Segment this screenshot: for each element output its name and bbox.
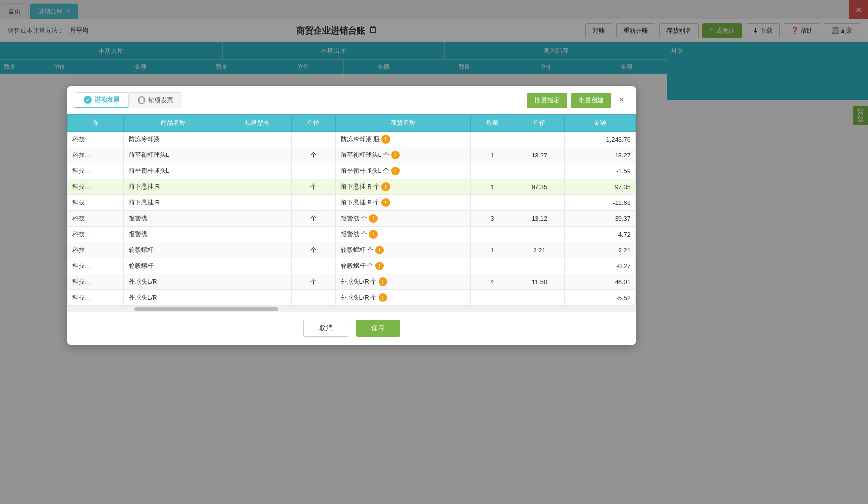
cell-qty: 1 (470, 179, 514, 195)
cell-amount: -5.52 (564, 290, 635, 306)
cell-qty: 1 (470, 242, 514, 258)
cell-product-name: 轮毂螺杆 (124, 258, 223, 274)
cell-product-name: 前下悬挂 R (124, 195, 223, 211)
cell-amount: -4.72 (564, 227, 635, 242)
cell-qty: 4 (470, 274, 514, 290)
table-row[interactable]: 科技… 前平衡杆球头L 前平衡杆球头L 个 ! -1.59 (68, 163, 636, 179)
cell-amount: -0.27 (564, 258, 635, 274)
batch-assign-button[interactable]: 批量指定 (527, 93, 567, 108)
cell-inventory-name: 报警线 个 ! (335, 211, 470, 227)
cell-unit (291, 163, 335, 179)
col-unit: 单位 (291, 115, 335, 132)
cell-qty (470, 132, 514, 147)
cell-unit: 个 (291, 147, 335, 163)
cell-unit: 个 (291, 179, 335, 195)
cell-product-name: 轮毂螺杆 (124, 242, 223, 258)
table-row[interactable]: 科技… 轮毂螺杆 个 轮毂螺杆 个 ! 1 2.21 2.21 (68, 242, 636, 258)
cell-company: 科技… (68, 227, 124, 242)
warning-icon: ! (379, 293, 387, 302)
table-row[interactable]: 科技… 防冻冷却液 防冻冷却液 瓶 ! -1,243.76 (68, 132, 636, 147)
warning-icon: ! (381, 135, 390, 144)
cell-unit: 个 (291, 242, 335, 258)
table-row[interactable]: 科技… 轮毂螺杆 轮毂螺杆 个 ! -0.27 (68, 258, 636, 274)
cell-unit-price: 11.50 (514, 274, 564, 290)
col-spec: 规格型号 (223, 115, 291, 132)
cell-company: 科技… (68, 132, 124, 147)
cell-spec (223, 179, 291, 195)
cell-amount: 13.27 (564, 147, 635, 163)
cell-unit-price (514, 227, 564, 242)
cell-qty: 3 (470, 211, 514, 227)
table-row[interactable]: 科技… 前平衡杆球头L 个 前平衡杆球头L 个 ! 1 13.27 13.27 (68, 147, 636, 163)
cell-unit-price (514, 290, 564, 306)
cell-inventory-name: 外球头L/R 个 ! (335, 274, 470, 290)
batch-create-button[interactable]: 批量创建 (571, 93, 611, 108)
cell-qty (470, 258, 514, 274)
cell-inventory-name: 轮毂螺杆 个 ! (335, 242, 470, 258)
cell-unit (291, 132, 335, 147)
col-qty: 数量 (470, 115, 514, 132)
cell-company: 科技… (68, 274, 124, 290)
warning-icon: ! (381, 182, 390, 191)
cell-unit (291, 290, 335, 306)
cell-inventory-name: 前平衡杆球头L 个 ! (335, 147, 470, 163)
col-unit-price: 单价 (514, 115, 564, 132)
warning-icon: ! (391, 151, 400, 159)
cell-amount: 97.35 (564, 179, 635, 195)
cell-inventory-name: 前下悬挂 R 个 ! (335, 179, 470, 195)
cell-unit-price (514, 132, 564, 147)
cell-amount: 2.21 (564, 242, 635, 258)
cell-company: 科技… (68, 163, 124, 179)
cell-qty (470, 290, 514, 306)
table-row[interactable]: 科技… 外球头L/R 个 外球头L/R 个 ! 4 11.50 46.01 (68, 274, 636, 290)
cell-unit: 个 (291, 211, 335, 227)
save-button[interactable]: 保存 (356, 320, 400, 337)
cell-unit-price (514, 195, 564, 211)
in-invoice-tab-icon: ✓ (84, 96, 92, 104)
cell-unit-price: 97.35 (514, 179, 564, 195)
cell-qty (470, 195, 514, 211)
cell-product-name: 外球头L/R (124, 274, 223, 290)
warning-icon: ! (369, 214, 378, 223)
tab-in-invoice[interactable]: ✓ 进项发票 (75, 92, 129, 108)
modal-tabs: ✓ 进项发票 📄 销项发票 (75, 92, 182, 108)
cell-amount: 39.37 (564, 211, 635, 227)
invoice-table-container[interactable]: 你 商品名称 规格型号 单位 存货名称 数量 单价 金额 科技… 防冻冷却液 防… (67, 114, 636, 306)
warning-icon: ! (381, 198, 390, 207)
table-row[interactable]: 科技… 前下悬挂 R 个 前下悬挂 R 个 ! 1 97.35 97.35 (68, 179, 636, 195)
modal-close-button[interactable]: × (615, 93, 628, 108)
table-row[interactable]: 科技… 报警线 报警线 个 ! -4.72 (68, 227, 636, 242)
tab-out-invoice[interactable]: 📄 销项发票 (129, 92, 182, 108)
col-amount: 金额 (564, 115, 635, 132)
table-row[interactable]: 科技… 前下悬挂 R 前下悬挂 R 个 ! -11.68 (68, 195, 636, 211)
table-row[interactable]: 科技… 外球头L/R 外球头L/R 个 ! -5.52 (68, 290, 636, 306)
horizontal-scrollbar[interactable] (67, 306, 636, 312)
col-company: 你 (68, 115, 124, 132)
cell-company: 科技… (68, 179, 124, 195)
cell-qty (470, 163, 514, 179)
cell-spec (223, 274, 291, 290)
cell-unit-price (514, 163, 564, 179)
cell-qty (470, 227, 514, 242)
cell-unit-price: 2.21 (514, 242, 564, 258)
cell-spec (223, 227, 291, 242)
modal-footer: 取消 保存 (67, 312, 636, 345)
cell-company: 科技… (68, 290, 124, 306)
cell-unit (291, 195, 335, 211)
cell-spec (223, 242, 291, 258)
cell-product-name: 报警线 (124, 211, 223, 227)
cell-spec (223, 195, 291, 211)
cell-spec (223, 258, 291, 274)
cell-company: 科技… (68, 147, 124, 163)
warning-icon: ! (379, 277, 387, 286)
cell-company: 科技… (68, 211, 124, 227)
table-row[interactable]: 科技… 报警线 个 报警线 个 ! 3 13.12 39.37 (68, 211, 636, 227)
cell-product-name: 前下悬挂 R (124, 179, 223, 195)
cell-unit-price: 13.12 (514, 211, 564, 227)
modal-header: ✓ 进项发票 📄 销项发票 批量指定 批量创建 × (67, 86, 636, 114)
scrollbar-thumb[interactable] (134, 307, 278, 311)
col-product-name: 商品名称 (124, 115, 223, 132)
warning-icon: ! (375, 262, 384, 270)
cell-amount: -1.59 (564, 163, 635, 179)
cancel-button[interactable]: 取消 (303, 320, 348, 337)
